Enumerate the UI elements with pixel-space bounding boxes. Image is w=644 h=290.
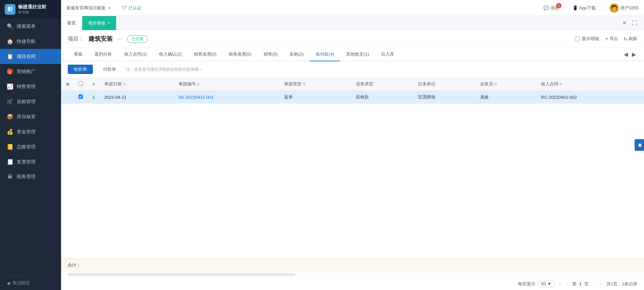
user-name: 用户3355: [620, 5, 639, 11]
cancel-pin-button[interactable]: ◀ 取消固定: [0, 276, 61, 290]
tab-in-out[interactable]: 出入库: [375, 48, 400, 61]
sidebar-item-purchase[interactable]: 🛒 采购管理: [0, 94, 61, 109]
tab-sales[interactable]: 销售(0): [258, 48, 284, 61]
sales-icon: 📈: [7, 83, 13, 90]
tab-purchase[interactable]: 采购(2): [283, 48, 310, 61]
sidebar-item-label: 营销推广: [17, 69, 36, 75]
tab-profit[interactable]: 盈利分析: [89, 48, 118, 61]
close-window-button[interactable]: ✕: [621, 20, 628, 26]
sub-tabs: 看板 盈利分析 收入合同(1) 收入确认(2) 销售发票(0) 税务发票(0) …: [61, 48, 644, 61]
account-selector[interactable]: 新服务官网演示账套 ▼: [66, 5, 111, 11]
sub-tab-prev[interactable]: ◀: [623, 51, 629, 58]
gift-icon: 🎁: [7, 68, 13, 75]
chevron-down-icon: ▼: [547, 281, 551, 286]
float-btn-icon: 📋: [637, 143, 643, 148]
cell-type: 蓝单: [280, 91, 352, 104]
export-button[interactable]: ↗ 导出: [604, 36, 618, 42]
page-tabs: 首页 项目看板 × ✕ ⛶: [61, 16, 644, 30]
scrollbar-thumb[interactable]: [68, 273, 296, 276]
col-type[interactable]: 单据类型 ⇅: [280, 78, 352, 91]
col-index: #: [87, 78, 100, 91]
money-icon: 💰: [7, 129, 13, 135]
col-type-label: 单据类型: [284, 81, 302, 86]
payment-tab-label: 付款单: [103, 67, 116, 72]
tab-note: 注：这里是与项目关联的全部收付款单哦～: [126, 67, 203, 72]
show-detail-checkbox[interactable]: 显示明细: [575, 36, 599, 42]
per-page-select[interactable]: 50 ▼: [538, 280, 554, 287]
horizontal-scrollbar[interactable]: [61, 272, 644, 277]
col-gear[interactable]: ⚙: [61, 78, 74, 91]
per-page-label: 每页显示: [518, 281, 535, 287]
project-board-tab-label: 项目看板: [88, 20, 106, 26]
project-name: 建筑安装: [89, 35, 113, 43]
topbar-right: 💬 消息 1 📱 App下载 🧑 用户3355: [543, 3, 639, 13]
show-detail-label: 显示明细: [582, 36, 599, 42]
receipt-tab[interactable]: 收款单: [68, 65, 93, 74]
avatar: 🧑: [609, 3, 619, 13]
app-edition: 标准版: [18, 10, 46, 15]
cell-contract: RC-20220401-002: [537, 91, 644, 104]
user-menu[interactable]: 🧑 用户3355: [609, 3, 639, 13]
sidebar-scroll: 🔍 搜索菜单 🏠 快捷导航 📋 项目合同 🎁 营销推广 📈 销售管理 🛒 采购管…: [0, 19, 61, 276]
maximize-window-button[interactable]: ⛶: [631, 20, 639, 26]
tab-project-board[interactable]: 项目看板 ×: [82, 16, 116, 30]
cart-icon: 🛒: [7, 98, 13, 105]
cert-badge: 🛡 已认证: [122, 5, 142, 11]
tab-payment[interactable]: 收付款(4): [310, 48, 340, 61]
sidebar-item-label: 资金管理: [17, 129, 36, 135]
sidebar-item-ledger[interactable]: 📒 总账管理: [0, 139, 61, 154]
sidebar-item-sales[interactable]: 📈 销售管理: [0, 79, 61, 94]
last-page-button[interactable]: »: [598, 281, 604, 287]
sidebar-item-quicknav[interactable]: 🏠 快捷导航: [0, 34, 61, 49]
tab-tax-invoice[interactable]: 税务发票(0): [223, 48, 258, 61]
box-icon: 📦: [7, 114, 13, 120]
row-checkbox[interactable]: [78, 94, 83, 99]
more-options-button[interactable]: ···: [117, 35, 122, 43]
sidebar-item-tax[interactable]: 🏛 税务管理: [0, 169, 61, 184]
cell-number[interactable]: SK-20220421-001: [174, 91, 280, 104]
select-all-checkbox[interactable]: [78, 81, 83, 86]
payment-tab[interactable]: 付款单: [97, 65, 122, 74]
first-page-button[interactable]: «: [557, 281, 562, 287]
refresh-button[interactable]: ↻ 刷新: [624, 36, 637, 42]
col-number-label: 单据编号: [178, 81, 196, 86]
tab-income-confirm[interactable]: 收入确认(2): [153, 48, 188, 61]
col-date[interactable]: 单据日期 ⇅: [100, 78, 174, 91]
sidebar-item-label: 搜索菜单: [17, 23, 36, 29]
main-area: 新服务官网演示账套 ▼ 🛡 已认证 💬 消息 1 📱 App下载 🧑 用户335…: [61, 0, 644, 290]
record-link[interactable]: SK-20220421-001: [178, 95, 214, 100]
message-button[interactable]: 💬 消息 1: [543, 5, 559, 11]
sub-tab-next[interactable]: ▶: [631, 51, 637, 58]
receipt-tab-label: 收款单: [74, 67, 87, 72]
tab-income-contract[interactable]: 收入合同(1): [118, 48, 153, 61]
table-row[interactable]: 1 2022-04-21 SK-20220421-001 蓝单 应收款: [61, 91, 644, 104]
col-contract[interactable]: 收入合同 ⇅: [537, 78, 644, 91]
tab-sales-invoice[interactable]: 销售发票(0): [188, 48, 223, 61]
tab-home[interactable]: 首页: [61, 16, 82, 30]
col-number[interactable]: 单据编号 ⇅: [174, 78, 280, 91]
cell-check[interactable]: [74, 91, 87, 104]
topbar-divider: [566, 4, 566, 12]
sidebar-item-invoice[interactable]: 🧾 发票管理: [0, 154, 61, 169]
ledger-icon: 📒: [7, 144, 13, 150]
sidebar-item-marketing[interactable]: 🎁 营销推广: [0, 64, 61, 79]
account-name: 新服务官网演示账套: [66, 5, 106, 11]
tab-other-income[interactable]: 其他收支(1): [340, 48, 375, 61]
app-download-button[interactable]: 📱 App下载: [573, 5, 596, 11]
col-salesman[interactable]: 业务员 ⇅: [476, 78, 537, 91]
sidebar-item-projects[interactable]: 📋 项目合同: [0, 49, 61, 64]
next-page-button[interactable]: ›: [591, 281, 596, 287]
invoice-icon: 🧾: [7, 159, 13, 165]
per-page-value: 50: [541, 281, 546, 286]
prev-page-button[interactable]: ‹: [565, 281, 570, 287]
cell-index: 1: [87, 91, 100, 104]
tab-kanban[interactable]: 看板: [68, 48, 89, 61]
project-status-badge: 已生效: [127, 35, 148, 43]
sidebar-item-inventory[interactable]: 📦 库存核算: [0, 109, 61, 124]
floating-action-button[interactable]: 📋: [635, 139, 644, 151]
tab-close-icon[interactable]: ×: [108, 21, 110, 25]
data-table: ⚙ # 单据日期 ⇅ 单据编号 ⇅: [61, 78, 644, 104]
sidebar-item-search[interactable]: 🔍 搜索菜单: [0, 19, 61, 34]
sidebar-item-funds[interactable]: 💰 资金管理: [0, 124, 61, 139]
sidebar-item-label: 税务管理: [17, 174, 36, 180]
